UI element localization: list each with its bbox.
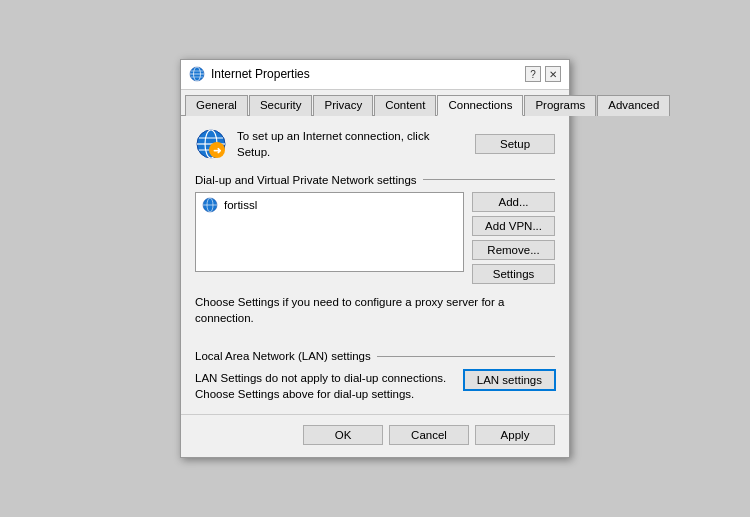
setup-description: To set up an Internet connection, click … xyxy=(237,128,465,160)
vpn-list[interactable]: fortissl xyxy=(195,192,464,272)
add-vpn-button[interactable]: Add VPN... xyxy=(472,216,555,236)
tab-connections[interactable]: Connections xyxy=(437,95,523,116)
remove-button[interactable]: Remove... xyxy=(472,240,555,260)
internet-properties-dialog: Internet Properties ? ✕ General Security… xyxy=(180,59,570,459)
setup-button[interactable]: Setup xyxy=(475,134,555,154)
lan-description: LAN Settings do not apply to dial-up con… xyxy=(195,370,456,402)
tab-advanced[interactable]: Advanced xyxy=(597,95,670,116)
vpn-area: fortissl Add... Add VPN... Remove... Set… xyxy=(195,192,555,284)
close-button[interactable]: ✕ xyxy=(545,66,561,82)
proxy-description: Choose Settings if you need to configure… xyxy=(195,294,555,326)
vpn-item-icon xyxy=(202,197,218,213)
dialog-content: ➜ To set up an Internet connection, clic… xyxy=(181,116,569,415)
tab-programs[interactable]: Programs xyxy=(524,95,596,116)
tab-security[interactable]: Security xyxy=(249,95,313,116)
help-button[interactable]: ? xyxy=(525,66,541,82)
ok-button[interactable]: OK xyxy=(303,425,383,445)
title-bar: Internet Properties ? ✕ xyxy=(181,60,569,90)
vpn-buttons: Add... Add VPN... Remove... Settings xyxy=(472,192,555,284)
bottom-buttons: OK Cancel Apply xyxy=(181,414,569,457)
settings-button[interactable]: Settings xyxy=(472,264,555,284)
lan-settings-button[interactable]: LAN settings xyxy=(464,370,555,390)
title-bar-left: Internet Properties xyxy=(189,66,310,82)
title-bar-controls: ? ✕ xyxy=(525,66,561,82)
tab-privacy[interactable]: Privacy xyxy=(313,95,373,116)
setup-icon: ➜ xyxy=(195,128,227,160)
cancel-button[interactable]: Cancel xyxy=(389,425,469,445)
lan-section-label: Local Area Network (LAN) settings xyxy=(195,350,555,362)
dialog-title: Internet Properties xyxy=(211,67,310,81)
dialup-section-label: Dial-up and Virtual Private Network sett… xyxy=(195,174,555,186)
ie-icon xyxy=(189,66,205,82)
vpn-item-label: fortissl xyxy=(224,199,257,211)
proxy-section: Choose Settings if you need to configure… xyxy=(195,294,555,330)
vpn-list-item[interactable]: fortissl xyxy=(198,195,461,215)
tab-content[interactable]: Content xyxy=(374,95,436,116)
tab-general[interactable]: General xyxy=(185,95,248,116)
add-button[interactable]: Add... xyxy=(472,192,555,212)
tabs-bar: General Security Privacy Content Connect… xyxy=(181,90,569,116)
setup-section: ➜ To set up an Internet connection, clic… xyxy=(195,128,555,160)
lan-area: LAN Settings do not apply to dial-up con… xyxy=(195,370,555,402)
apply-button[interactable]: Apply xyxy=(475,425,555,445)
svg-text:➜: ➜ xyxy=(213,145,222,156)
